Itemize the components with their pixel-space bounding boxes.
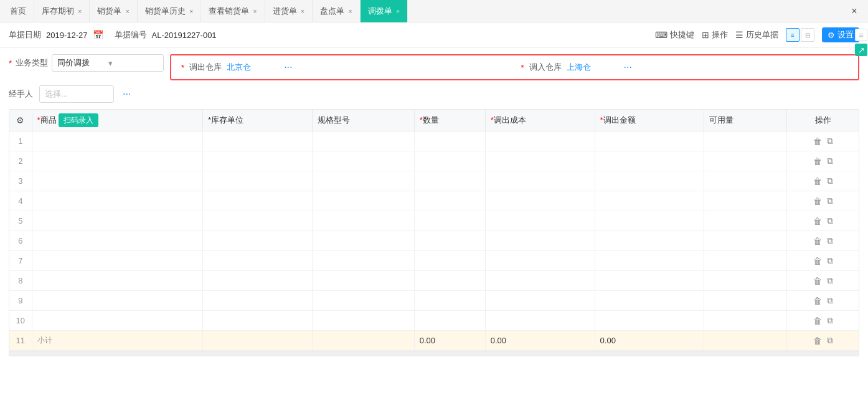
delete-icon[interactable]: 🗑 <box>813 296 822 306</box>
cell-cost[interactable] <box>485 291 595 311</box>
delete-icon[interactable]: 🗑 <box>813 256 822 266</box>
cell-spec[interactable] <box>312 191 414 211</box>
copy-icon[interactable]: ⧉ <box>827 275 833 286</box>
cell-cost[interactable] <box>485 151 595 171</box>
delete-icon[interactable]: 🗑 <box>813 196 822 206</box>
cell-spec[interactable] <box>312 251 414 271</box>
tab-view-sales[interactable]: 查看销货单 × <box>201 0 265 22</box>
cell-spec[interactable] <box>312 151 414 171</box>
cell-available[interactable] <box>704 251 787 271</box>
cell-product[interactable] <box>32 151 203 171</box>
copy-icon[interactable]: ⧉ <box>827 176 833 186</box>
tab-transfer[interactable]: 调拨单 × <box>361 0 408 22</box>
cell-product[interactable] <box>32 211 203 231</box>
cell-unit[interactable] <box>203 131 313 151</box>
cell-unit[interactable] <box>203 171 313 191</box>
cell-amount[interactable] <box>595 211 704 231</box>
layout-icon-1[interactable]: ≡ <box>786 28 800 42</box>
cell-spec[interactable] <box>312 131 414 151</box>
sidebar-list-icon[interactable]: ≡ <box>855 29 867 41</box>
copy-icon[interactable]: ⧉ <box>827 315 833 326</box>
cell-spec[interactable] <box>312 211 414 231</box>
cell-product[interactable] <box>32 171 203 191</box>
cell-qty[interactable] <box>414 251 485 271</box>
cell-unit[interactable] <box>203 211 313 231</box>
sidebar-export-icon[interactable]: ↗ <box>855 44 867 56</box>
tab-inventory-init[interactable]: 库存期初 × <box>34 0 90 22</box>
cell-available[interactable] <box>704 271 787 291</box>
tab-close-icon[interactable]: × <box>125 7 129 15</box>
scan-button[interactable]: 扫码录入 <box>59 113 98 127</box>
tab-close-icon[interactable]: × <box>78 7 82 15</box>
cell-available[interactable] <box>704 151 787 171</box>
person-select[interactable]: 选择... <box>39 85 114 103</box>
cell-qty[interactable] <box>414 311 485 331</box>
cell-qty[interactable] <box>414 191 485 211</box>
window-close-button[interactable]: × <box>843 0 866 22</box>
history-button[interactable]: ☰ 历史单据 <box>735 29 778 40</box>
cell-unit[interactable] <box>203 191 313 211</box>
tab-close-icon[interactable]: × <box>189 7 193 15</box>
copy-icon[interactable]: ⧉ <box>827 216 833 226</box>
tab-home[interactable]: 首页 <box>2 0 34 22</box>
cell-product[interactable] <box>32 311 203 331</box>
cell-qty[interactable] <box>414 151 485 171</box>
cell-amount[interactable] <box>595 251 704 271</box>
delete-icon[interactable]: 🗑 <box>813 236 822 246</box>
cell-unit[interactable] <box>203 151 313 171</box>
cell-product[interactable] <box>32 231 203 251</box>
cell-cost[interactable] <box>485 211 595 231</box>
cell-product[interactable] <box>32 291 203 311</box>
tab-close-icon[interactable]: × <box>348 7 352 15</box>
layout-icon-2[interactable]: ⊟ <box>801 28 814 42</box>
cell-product[interactable] <box>32 131 203 151</box>
cell-amount[interactable] <box>595 271 704 291</box>
copy-icon[interactable]: ⧉ <box>827 335 833 346</box>
cell-qty[interactable] <box>414 171 485 191</box>
cell-product[interactable] <box>32 191 203 211</box>
cell-unit[interactable] <box>203 271 313 291</box>
settings-icon[interactable]: ⚙ <box>16 115 24 125</box>
operations-button[interactable]: ⊞ 操作 <box>702 29 728 40</box>
person-ellipsis[interactable]: ··· <box>120 88 133 100</box>
delete-icon[interactable]: 🗑 <box>813 176 822 186</box>
cell-amount[interactable] <box>595 131 704 151</box>
cell-unit[interactable] <box>203 291 313 311</box>
cell-unit[interactable] <box>203 251 313 271</box>
cell-product[interactable] <box>32 271 203 291</box>
delete-icon[interactable]: 🗑 <box>813 156 822 166</box>
out-warehouse-ellipsis[interactable]: ··· <box>281 62 295 73</box>
cell-cost[interactable] <box>485 311 595 331</box>
cell-qty[interactable] <box>414 271 485 291</box>
tab-close-icon[interactable]: × <box>396 7 400 15</box>
cell-cost[interactable] <box>485 231 595 251</box>
tab-close-icon[interactable]: × <box>301 7 304 15</box>
settings-button[interactable]: ⚙ 设置 <box>822 27 859 42</box>
copy-icon[interactable]: ⧉ <box>827 255 833 266</box>
cell-unit[interactable] <box>203 311 313 331</box>
cell-amount[interactable] <box>595 191 704 211</box>
cell-amount[interactable] <box>595 311 704 331</box>
tab-inventory-check[interactable]: 盘点单 × <box>313 0 360 22</box>
copy-icon[interactable]: ⧉ <box>827 196 833 206</box>
cell-cost[interactable] <box>485 171 595 191</box>
cell-cost[interactable] <box>485 191 595 211</box>
cell-spec[interactable] <box>312 171 414 191</box>
delete-icon[interactable]: 🗑 <box>813 276 822 286</box>
cell-amount[interactable] <box>595 231 704 251</box>
tab-purchase-order[interactable]: 进货单 × <box>265 0 313 22</box>
cell-unit[interactable] <box>203 231 313 251</box>
horizontal-scrollbar[interactable] <box>9 351 859 356</box>
cell-cost[interactable] <box>485 131 595 151</box>
cell-spec[interactable] <box>312 271 414 291</box>
copy-icon[interactable]: ⧉ <box>827 136 833 146</box>
copy-icon[interactable]: ⧉ <box>827 236 833 246</box>
cell-qty[interactable] <box>414 231 485 251</box>
cell-available[interactable] <box>704 311 787 331</box>
cell-product[interactable] <box>32 251 203 271</box>
delete-icon[interactable]: 🗑 <box>813 316 822 326</box>
delete-icon[interactable]: 🗑 <box>813 336 822 346</box>
cell-available[interactable] <box>704 211 787 231</box>
cell-amount[interactable] <box>595 291 704 311</box>
cell-qty[interactable] <box>414 211 485 231</box>
